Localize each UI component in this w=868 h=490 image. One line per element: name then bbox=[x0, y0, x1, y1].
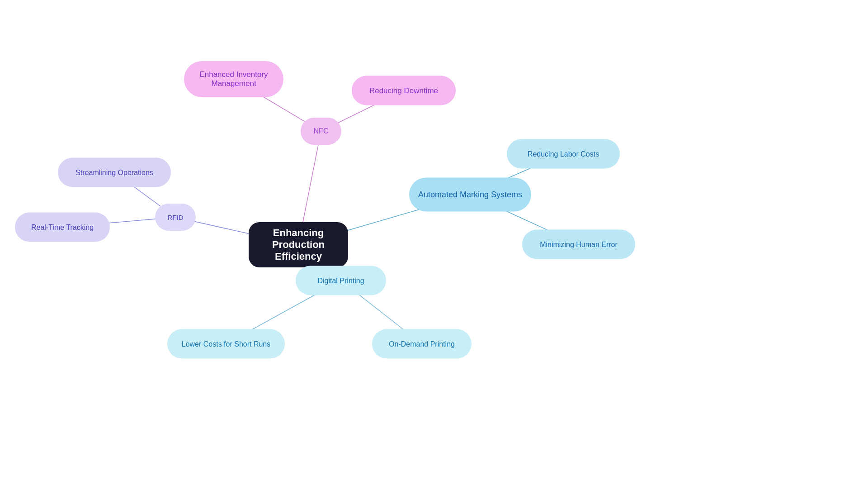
mindmap-container: Enhancing Production Efficiency NFC RFID… bbox=[0, 0, 868, 490]
node-central[interactable]: Enhancing Production Efficiency bbox=[249, 222, 348, 267]
node-realtime-tracking[interactable]: Real-Time Tracking bbox=[15, 213, 110, 242]
node-reducing-downtime[interactable]: Reducing Downtime bbox=[352, 76, 456, 105]
node-streamlining-ops[interactable]: Streamlining Operations bbox=[58, 158, 171, 187]
node-rfid[interactable]: RFID bbox=[155, 204, 196, 231]
node-lower-costs[interactable]: Lower Costs for Short Runs bbox=[167, 329, 285, 359]
node-on-demand[interactable]: On-Demand Printing bbox=[372, 329, 472, 359]
node-nfc[interactable]: NFC bbox=[301, 118, 341, 145]
connections-svg bbox=[0, 0, 868, 490]
node-enhanced-inventory[interactable]: Enhanced Inventory Management bbox=[184, 61, 283, 97]
node-digital-printing[interactable]: Digital Printing bbox=[296, 266, 386, 295]
node-reducing-labor[interactable]: Reducing Labor Costs bbox=[507, 139, 620, 169]
node-minimizing-error[interactable]: Minimizing Human Error bbox=[522, 230, 635, 259]
node-automated-marking[interactable]: Automated Marking Systems bbox=[409, 178, 531, 212]
